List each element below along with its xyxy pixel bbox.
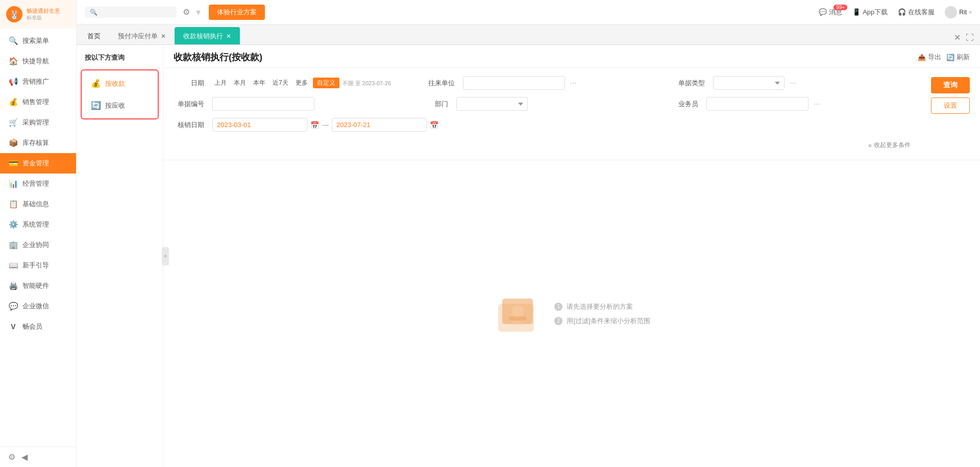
purchase-icon: 🛒 bbox=[8, 117, 18, 128]
date-7days[interactable]: 近7天 bbox=[271, 78, 290, 88]
sidebar-item-marketing[interactable]: 📢 营销推广 bbox=[0, 71, 76, 92]
main-content: 收款核销执行(按收款) 📤 导出 🔄 刷新 bbox=[163, 45, 980, 467]
sidebar-item-inventory[interactable]: 📦 库存核算 bbox=[0, 133, 76, 153]
sidebar-item-basic-info[interactable]: 📋 基础信息 bbox=[0, 194, 76, 214]
sidebar-nav: 🔍 搜索菜单 🏠 快捷导航 📢 营销推广 💰 销售管理 🛒 采购管理 📦 库存核… bbox=[0, 29, 76, 447]
sidebar-item-guide[interactable]: 📖 新手引导 bbox=[0, 255, 76, 276]
page-actions: 📤 导出 🔄 刷新 bbox=[918, 53, 970, 62]
date-this-year[interactable]: 本年 bbox=[251, 78, 267, 88]
empty-hint-1: 1 请先选择要分析的方案 bbox=[554, 302, 650, 311]
sales-rep-label: 业务员 bbox=[678, 100, 698, 109]
tab-close-all-icon[interactable]: ✕ bbox=[954, 33, 961, 42]
sidebar-item-label-marketing: 营销推广 bbox=[22, 77, 49, 86]
date-custom[interactable]: 自定义 bbox=[313, 78, 339, 88]
topbar: 🔍 ⚙ ▾ 体验行业方案 💬 消息 99+ 📱 App下载 🎧 在线客服 Rit bbox=[77, 0, 980, 24]
empty-illustration bbox=[493, 288, 544, 339]
sidebar-item-search[interactable]: 🔍 搜索菜单 bbox=[0, 31, 76, 51]
guide-icon: 📖 bbox=[8, 260, 18, 271]
sidebar-item-quick-nav[interactable]: 🏠 快捷导航 bbox=[0, 51, 76, 71]
page-header: 收款核销执行(按收款) 📤 导出 🔄 刷新 bbox=[163, 45, 980, 68]
filter-option-collection[interactable]: 💰 按收款 bbox=[82, 72, 158, 94]
sidebar-item-wechat[interactable]: 💬 企业微信 bbox=[0, 296, 76, 316]
empty-state: 1 请先选择要分析的方案 2 用[过滤]条件来缩小分析范围 bbox=[163, 160, 980, 467]
sidebar-settings-icon[interactable]: ⚙ bbox=[8, 452, 15, 462]
tab-collection[interactable]: 收款核销执行 ✕ bbox=[175, 27, 240, 44]
date-last-month[interactable]: 上月 bbox=[212, 78, 229, 88]
search-icon: 🔍 bbox=[8, 36, 18, 46]
date-this-month[interactable]: 本月 bbox=[232, 78, 248, 88]
setting-button[interactable]: 设置 bbox=[931, 97, 970, 114]
topbar-gear-icon[interactable]: ⚙ bbox=[183, 7, 190, 17]
sidebar-collapse-icon[interactable]: ◀ bbox=[21, 452, 28, 462]
user-name: Rit bbox=[959, 9, 967, 16]
collapse-more-button[interactable]: « 收起更多条件 bbox=[174, 139, 921, 152]
export-button[interactable]: 📤 导出 bbox=[918, 53, 941, 62]
tab-prepay[interactable]: 预付冲应付单 ✕ bbox=[109, 27, 175, 44]
home-icon: 🏠 bbox=[8, 56, 18, 66]
dept-label: 部门 bbox=[435, 100, 448, 109]
collection-tab-label: 收款核销执行 bbox=[183, 32, 223, 41]
date-separator: — bbox=[322, 121, 329, 129]
collection-tab-close-icon[interactable]: ✕ bbox=[226, 33, 231, 39]
topbar-message[interactable]: 💬 消息 99+ bbox=[819, 8, 842, 17]
sidebar: 🐰 畅捷通好生意 标准版 🔍 搜索菜单 🏠 快捷导航 📢 营销推广 💰 销售管理… bbox=[0, 0, 77, 467]
filter-option-receivable[interactable]: 🔄 按应收 bbox=[82, 94, 158, 116]
logo-subtitle: 标准版 bbox=[27, 14, 60, 21]
sales-rep-more-icon[interactable]: ··· bbox=[814, 100, 820, 109]
svg-point-2 bbox=[511, 305, 524, 317]
topbar-app-download[interactable]: 📱 App下载 bbox=[852, 8, 888, 17]
member-icon: V bbox=[8, 322, 18, 332]
sidebar-item-purchase[interactable]: 🛒 采购管理 bbox=[0, 112, 76, 133]
topbar-user[interactable]: Rit ▾ bbox=[945, 6, 972, 18]
sidebar-item-hardware[interactable]: 🖨️ 智能硬件 bbox=[0, 276, 76, 296]
bill-type-select[interactable] bbox=[713, 76, 785, 90]
start-calendar-icon[interactable]: 📅 bbox=[310, 121, 319, 129]
sidebar-item-label-finance: 资金管理 bbox=[22, 159, 49, 168]
topbar-search-icon: 🔍 bbox=[90, 9, 97, 16]
write-off-start-input[interactable] bbox=[212, 118, 307, 132]
inventory-icon: 📦 bbox=[8, 138, 18, 148]
service-label: 在线客服 bbox=[908, 8, 935, 17]
prepay-tab-close-icon[interactable]: ✕ bbox=[161, 33, 166, 39]
sidebar-item-operation[interactable]: 📊 经营管理 bbox=[0, 174, 76, 194]
sidebar-item-member[interactable]: V 畅会员 bbox=[0, 316, 76, 337]
tab-home[interactable]: 首页 bbox=[79, 27, 109, 44]
solution-button[interactable]: 体验行业方案 bbox=[209, 5, 265, 20]
dept-select[interactable] bbox=[456, 97, 528, 111]
topbar-online-service[interactable]: 🎧 在线客服 bbox=[898, 8, 935, 17]
logo-title: 畅捷通好生意 bbox=[27, 7, 60, 14]
sidebar-item-enterprise[interactable]: 🏢 企业协同 bbox=[0, 235, 76, 255]
bill-type-field: ··· bbox=[713, 76, 921, 90]
sidebar-item-finance[interactable]: 💳 资金管理 bbox=[0, 153, 76, 174]
counterparty-more-icon[interactable]: ··· bbox=[570, 79, 577, 88]
refresh-button[interactable]: 🔄 刷新 bbox=[946, 53, 970, 62]
export-icon: 📤 bbox=[918, 54, 926, 61]
sales-rep-field: ··· bbox=[706, 97, 921, 111]
query-button[interactable]: 查询 bbox=[931, 77, 970, 93]
filter-border-box: 💰 按收款 🔄 按应收 bbox=[81, 69, 159, 119]
bill-type-more-icon[interactable]: ··· bbox=[790, 79, 796, 88]
filter-collection-icon: 💰 bbox=[91, 79, 101, 88]
sidebar-item-system[interactable]: ⚙️ 系统管理 bbox=[0, 214, 76, 235]
collapse-more-label: 收起更多条件 bbox=[874, 141, 911, 150]
svg-rect-4 bbox=[512, 322, 523, 325]
hardware-icon: 🖨️ bbox=[8, 281, 18, 291]
tab-expand-icon[interactable]: ⛶ bbox=[966, 33, 974, 42]
form-row-1: 日期 上月 本月 本年 近7天 更多 自定义 bbox=[174, 76, 921, 90]
sidebar-item-label-inventory: 库存核算 bbox=[22, 138, 49, 148]
write-off-end-input[interactable] bbox=[332, 118, 427, 132]
sales-rep-input[interactable] bbox=[706, 97, 808, 111]
filter-collapse-button[interactable]: « bbox=[162, 247, 169, 265]
date-more[interactable]: 更多 bbox=[293, 78, 310, 88]
counterparty-input[interactable] bbox=[463, 76, 565, 90]
sidebar-item-sales[interactable]: 💰 销售管理 bbox=[0, 92, 76, 112]
end-calendar-icon[interactable]: 📅 bbox=[430, 121, 438, 129]
sidebar-item-label-hardware: 智能硬件 bbox=[22, 281, 49, 290]
empty-num-2: 2 bbox=[554, 317, 562, 325]
tabbar: 首页 预付冲应付单 ✕ 收款核销执行 ✕ ✕ ⛶ bbox=[77, 24, 980, 45]
sidebar-item-label-search: 搜索菜单 bbox=[22, 36, 49, 45]
topbar-search[interactable]: 🔍 bbox=[85, 7, 177, 18]
topbar-chevron-icon[interactable]: ▾ bbox=[196, 7, 201, 18]
sidebar-bottom: ⚙ ◀ bbox=[0, 447, 76, 467]
bill-no-input[interactable] bbox=[212, 97, 314, 111]
